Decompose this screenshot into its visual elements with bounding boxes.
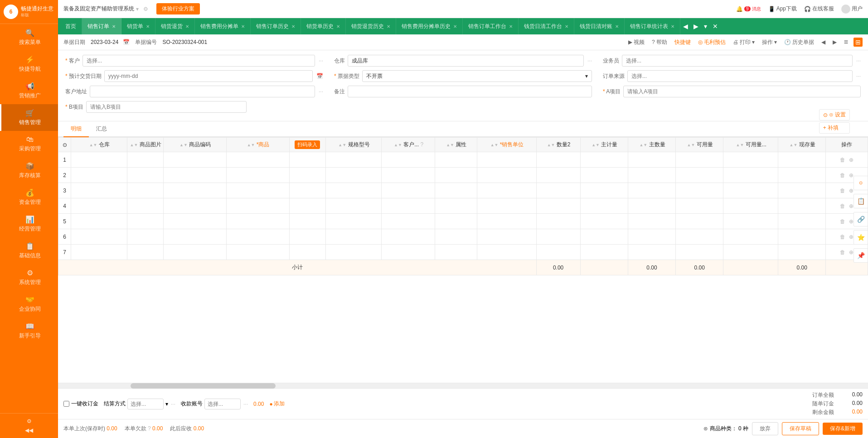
sidebar-settings-btn[interactable]: ⚙	[27, 418, 32, 424]
row-5-attr[interactable]	[435, 214, 477, 229]
row-7-attr[interactable]	[435, 245, 477, 260]
row-6-main-qty[interactable]	[628, 229, 675, 245]
row-5-code[interactable]	[163, 214, 226, 229]
row-7-qty2[interactable]	[536, 245, 580, 260]
sidebar-item-quicknav[interactable]: ⚡ 快捷导航	[0, 51, 58, 77]
tab-close-return-history[interactable]: ✕	[387, 24, 390, 29]
row-3-delete-btn[interactable]: 🗑	[839, 188, 846, 194]
row-2-cust[interactable]	[382, 168, 435, 183]
tab-close-sales-return[interactable]: ✕	[185, 24, 189, 29]
calendar-icon[interactable]: 📅	[123, 39, 130, 45]
tab-close-sales-goods[interactable]: ✕	[146, 24, 150, 29]
col-main-unit[interactable]: ▲▼ 主计量	[580, 138, 628, 152]
salesperson-input[interactable]	[622, 55, 853, 67]
tab-goods-history[interactable]: 销货单历史 ✕	[301, 18, 346, 34]
online-service-btn[interactable]: 🎧 在线客服	[804, 5, 834, 13]
row-3-qty2[interactable]	[536, 183, 580, 198]
row-5-warehouse[interactable]	[71, 214, 127, 229]
delivery-input[interactable]	[104, 70, 313, 82]
row-1-delete-btn[interactable]: 🗑	[839, 157, 846, 163]
row-6-delete-btn[interactable]: 🗑	[839, 234, 846, 240]
row-2-warehouse[interactable]	[71, 168, 127, 183]
row-4-spec[interactable]	[325, 198, 382, 214]
sidebar-item-collab[interactable]: 🤝 企业协同	[0, 291, 58, 318]
tab-close-sales-stats[interactable]: ✕	[671, 24, 674, 29]
row-6-unit[interactable]	[477, 229, 536, 245]
row-5-qty2[interactable]	[536, 214, 580, 229]
col-stock[interactable]: ▲▼ 现存量	[778, 138, 826, 152]
solution-button[interactable]: 体验行业方案	[156, 3, 200, 14]
row-2-unit[interactable]	[477, 168, 536, 183]
tab-close-sales-fee[interactable]: ✕	[241, 24, 245, 29]
tab-close-sales-order[interactable]: ✕	[112, 24, 116, 29]
order-source-more-btn[interactable]: ···	[856, 73, 861, 79]
row-7-code[interactable]	[163, 245, 226, 260]
tab-close-sales-history[interactable]: ✕	[291, 24, 295, 29]
tab-close-all-btn[interactable]: ✕	[710, 23, 721, 30]
tab-prev-btn[interactable]: ◀	[680, 23, 691, 30]
col-product-name[interactable]: ▲▼ *商品	[226, 138, 289, 152]
tab-return-history[interactable]: 销货退货历史 ✕	[346, 18, 396, 34]
save-new-button[interactable]: 保存&新增	[823, 423, 863, 435]
horizontal-scrollbar[interactable]	[58, 383, 868, 388]
col-qty2[interactable]: ▲▼ 数量2	[536, 138, 580, 152]
row-3-main-qty[interactable]	[628, 183, 675, 198]
col-warehouse[interactable]: ▲▼ 仓库	[71, 138, 127, 152]
sidebar-item-search[interactable]: 🔍 搜索菜单	[0, 24, 58, 51]
row-1-code[interactable]	[163, 152, 226, 168]
address-more-btn[interactable]: ···	[319, 88, 323, 95]
account-input[interactable]	[204, 399, 241, 409]
row-4-cust[interactable]	[382, 198, 435, 214]
next-record-btn[interactable]: ▶	[831, 38, 839, 46]
row-4-delete-btn[interactable]: 🗑	[839, 203, 846, 209]
quick-payment-checkbox[interactable]	[63, 401, 69, 407]
sidebar-collapse-btn[interactable]: ◀◀	[25, 427, 33, 433]
date-picker-icon[interactable]: 📅	[316, 73, 323, 79]
tab-sales-history[interactable]: 销售订单历史 ✕	[251, 18, 301, 34]
row-2-qty2[interactable]	[536, 168, 580, 183]
sidebar-item-system[interactable]: ⚙ 系统管理	[0, 264, 58, 291]
row-4-code[interactable]	[163, 198, 226, 214]
sidebar-item-purchase[interactable]: 🛍 采购管理	[0, 131, 58, 157]
col-avail2[interactable]: ▲▼ 可用量...	[723, 138, 778, 152]
order-source-input[interactable]	[627, 70, 853, 82]
row-2-product[interactable]	[226, 168, 289, 183]
settings-gear-icon[interactable]: ⚙	[142, 6, 149, 12]
row-1-attr[interactable]	[435, 152, 477, 168]
row-3-warehouse[interactable]	[71, 183, 127, 198]
notes-input[interactable]	[348, 86, 592, 97]
row-2-delete-btn[interactable]: 🗑	[839, 172, 846, 178]
notification-btn[interactable]: 🔔 9 9 消息	[736, 6, 761, 12]
col-avail[interactable]: ▲▼ 可用量	[676, 138, 723, 152]
payment-method-input[interactable]	[127, 399, 164, 409]
tab-close-cash-workbench[interactable]: ✕	[565, 24, 568, 29]
sidebar-item-finance[interactable]: 💰 资金管理	[0, 184, 58, 211]
sidebar-item-sales[interactable]: 🛒 销售管理	[0, 104, 58, 131]
tab-sales-fee[interactable]: 销售费用分摊单 ✕	[195, 18, 251, 34]
row-4-product[interactable]	[226, 198, 289, 214]
col-cust-code[interactable]: ▲▼ 客户... ?	[382, 138, 435, 152]
profit-btn[interactable]: ◎ 毛利预估	[696, 38, 727, 47]
row-1-main-qty[interactable]	[628, 152, 675, 168]
row-7-main-qty[interactable]	[628, 245, 675, 260]
row-4-main-qty[interactable]	[628, 198, 675, 214]
row-4-warehouse[interactable]	[71, 198, 127, 214]
row-6-cust[interactable]	[382, 229, 435, 245]
row-5-product[interactable]	[226, 214, 289, 229]
print-btn[interactable]: 🖨 打印 ▾	[731, 38, 756, 47]
row-4-qty2[interactable]	[536, 198, 580, 214]
row-4-unit[interactable]	[477, 198, 536, 214]
tab-cash-reconcile[interactable]: 钱货日清对账 ✕	[574, 18, 625, 34]
tab-close-order-workbench[interactable]: ✕	[509, 24, 513, 29]
row-3-unit[interactable]	[477, 183, 536, 198]
row-5-unit[interactable]	[477, 214, 536, 229]
tab-close-goods-history[interactable]: ✕	[336, 24, 340, 29]
tab-summary[interactable]: 汇总	[89, 121, 114, 137]
col-unit[interactable]: ▲▼ *销售单位	[477, 138, 536, 152]
row-4-attr[interactable]	[435, 198, 477, 214]
tab-home[interactable]: 首页	[60, 18, 82, 34]
row-1-cust[interactable]	[382, 152, 435, 168]
float-btn-2[interactable]: 📋	[853, 194, 868, 208]
row-3-cust[interactable]	[382, 183, 435, 198]
row-7-warehouse[interactable]	[71, 245, 127, 260]
